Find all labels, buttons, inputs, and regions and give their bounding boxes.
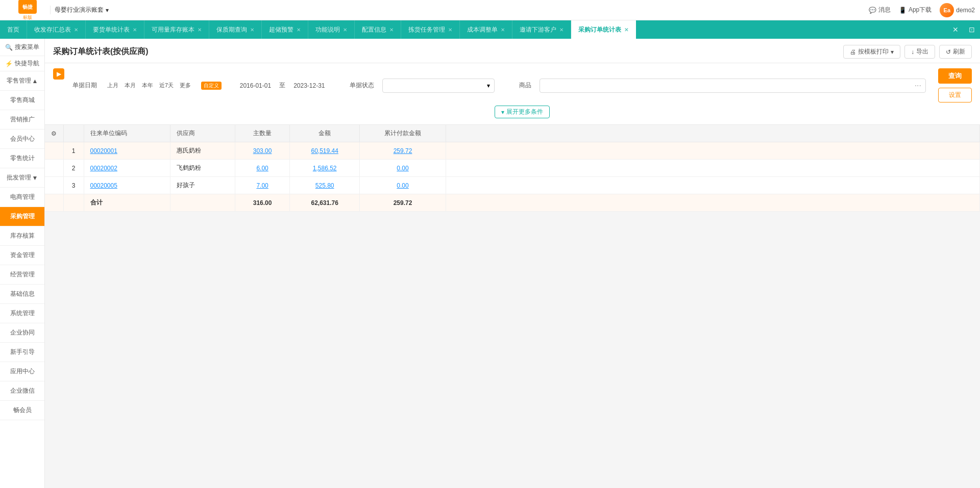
code-link[interactable]: 00020005 [90,182,117,189]
tab-func-guide-close[interactable]: ✕ [343,27,347,33]
sidebar-item-app-center[interactable]: 应用中心 [0,362,44,381]
amount-link[interactable]: 1,586.52 [313,165,337,172]
sidebar-item-retail[interactable]: 零售管理 ▲ [0,71,44,91]
tab-freshness[interactable]: 保质期查询 ✕ [209,20,262,39]
sidebar-item-system[interactable]: 系统管理 [0,304,44,323]
tab-restore-btn[interactable]: ⊡ [964,20,980,39]
refresh-icon: ↺ [946,48,951,56]
sidebar-item-enterprise[interactable]: 企业协同 [0,323,44,343]
page-actions: 🖨 按模板打印 ▾ ↓ 导出 ↺ 刷新 [843,45,972,59]
tab-home[interactable]: 首页 [0,20,27,39]
page-header: 采购订单统计表(按供应商) 🖨 按模板打印 ▾ ↓ 导出 ↺ 刷新 [45,39,980,63]
amount-link[interactable]: 60,519.44 [311,147,338,155]
sidebar-item-purchase[interactable]: 采购管理 [0,207,44,226]
tab-pick-task[interactable]: 拣货任务管理 ✕ [401,20,460,39]
tab-pick-task-close[interactable]: ✕ [448,27,452,33]
paid-link[interactable]: 0.00 [397,182,408,189]
tab-invite-close[interactable]: ✕ [559,27,564,33]
shortcut-more[interactable]: 更多 [178,81,193,90]
sidebar-item-finance[interactable]: 资金管理 [0,246,44,265]
qty-link[interactable]: 303.00 [253,147,272,155]
paid-link[interactable]: 0.00 [397,165,408,172]
sidebar-item-inventory[interactable]: 库存核算 [0,226,44,246]
sidebar-item-ops-label: 经营管理 [10,270,35,279]
sidebar-item-ecommerce[interactable]: 电商管理 [0,188,44,207]
tab-invite[interactable]: 邀请下游客户 ✕ [512,20,571,39]
code-link[interactable]: 00020001 [90,147,117,155]
sidebar-item-newbie-label: 新手引导 [10,348,35,356]
table-row: 2 00020002 飞鹤奶粉 6.00 1,586.52 0.00 [45,160,980,177]
paid-link[interactable]: 259.72 [394,147,412,155]
message-icon: 💬 [869,7,876,14]
sidebar-item-retail-shop[interactable]: 零售商城 [0,91,44,110]
footer-extra [446,194,980,212]
export-button[interactable]: ↓ 导出 [904,45,935,59]
query-button[interactable]: 查询 [938,68,972,84]
tab-overstock-close[interactable]: ✕ [297,27,301,33]
tab-config-close[interactable]: ✕ [389,27,394,33]
sidebar-item-basic-label: 基础信息 [10,290,35,298]
tab-close-all-btn[interactable]: ✕ [947,20,964,39]
tab-purchase-stat-close[interactable]: ✕ [624,27,628,33]
amount-link[interactable]: 525.80 [315,182,334,189]
tab-purchase-stat[interactable]: 采购订单统计表 ✕ [571,20,636,39]
top-right-area: 💬 消息 📱 App下载 Ea demo2 [869,3,975,17]
qty-link[interactable]: 6.00 [256,165,268,172]
tab-cost-adjust-close[interactable]: ✕ [501,27,505,33]
sidebar-item-vip[interactable]: 畅会员 [0,401,44,420]
tab-pick-task-label: 拣货任务管理 [408,25,445,34]
avatar: Ea [940,3,954,17]
tab-overstock[interactable]: 超储预警 ✕ [262,20,308,39]
tab-goods-stat-close[interactable]: ✕ [133,27,137,33]
workspace-selector[interactable]: 母婴行业演示账套 ▾ [50,6,113,14]
custom-badge: 自定义 [201,82,222,90]
settings-button[interactable]: 设置 [938,88,972,102]
sidebar-item-wechat[interactable]: 企业微信 [0,381,44,401]
tab-available-stock-close[interactable]: ✕ [198,27,202,33]
sidebar-item-marketing[interactable]: 营销推广 [0,110,44,130]
filter-collapse-btn[interactable]: ▶ [53,68,64,80]
refresh-button[interactable]: ↺ 刷新 [939,45,972,59]
tab-receive-send[interactable]: 收发存汇总表 ✕ [27,20,86,39]
tab-config[interactable]: 配置信息 ✕ [355,20,401,39]
status-select[interactable]: ▾ [382,79,495,93]
goods-input[interactable]: ··· [540,79,926,93]
tab-config-label: 配置信息 [362,25,386,34]
refresh-label: 刷新 [953,47,965,56]
sidebar-item-search[interactable]: 🔍 搜索菜单 [0,39,44,56]
message-btn[interactable]: 💬 消息 [869,6,891,14]
date-separator: 至 [279,81,285,90]
expand-button[interactable]: ▾ 展开更多条件 [495,106,550,118]
tab-available-stock[interactable]: 可用量库存账本 ✕ [144,20,209,39]
sidebar-item-wholesale[interactable]: 批发管理 ▼ [0,168,44,188]
code-link[interactable]: 00020002 [90,165,117,172]
tab-freshness-close[interactable]: ✕ [250,27,254,33]
logo-subtext: 标版 [23,14,32,21]
tab-goods-stat[interactable]: 要货单统计表 ✕ [86,20,144,39]
gear-icon[interactable]: ⚙ [51,130,57,137]
shortcut-7days[interactable]: 近7天 [157,81,176,90]
sidebar-item-newbie[interactable]: 新手引导 [0,343,44,362]
tab-func-guide[interactable]: 功能说明 ✕ [308,20,355,39]
tab-overstock-label: 超储预警 [269,25,293,34]
cell-qty: 303.00 [235,142,290,160]
shortcut-this-year[interactable]: 本年 [140,81,155,90]
user-avatar-btn[interactable]: Ea demo2 [940,3,975,17]
sidebar-item-purchase-label: 采购管理 [10,212,35,221]
qty-link[interactable]: 7.00 [256,182,268,189]
sidebar-item-retail-stat[interactable]: 零售统计 [0,149,44,168]
sidebar-item-retail-stat-label: 零售统计 [10,154,35,163]
tab-cost-adjust[interactable]: 成本调整单 ✕ [460,20,512,39]
tab-receive-send-close[interactable]: ✕ [74,27,78,33]
sidebar-item-ops[interactable]: 经营管理 [0,265,44,285]
shortcut-last-month[interactable]: 上月 [105,81,120,90]
sidebar-item-basic[interactable]: 基础信息 [0,285,44,304]
print-button[interactable]: 🖨 按模板打印 ▾ [843,45,900,59]
filter-area: ▶ 单据日期 上月 本月 本年 近7天 更多 自定义 [45,63,980,125]
app-download-btn[interactable]: 📱 App下载 [899,6,932,14]
sidebar-item-quicknav[interactable]: ⚡ 快捷导航 [0,56,44,71]
sidebar-item-marketing-label: 营销推广 [10,115,35,124]
sidebar-item-member[interactable]: 会员中心 [0,130,44,149]
col-index [63,125,84,142]
shortcut-this-month[interactable]: 本月 [122,81,138,90]
